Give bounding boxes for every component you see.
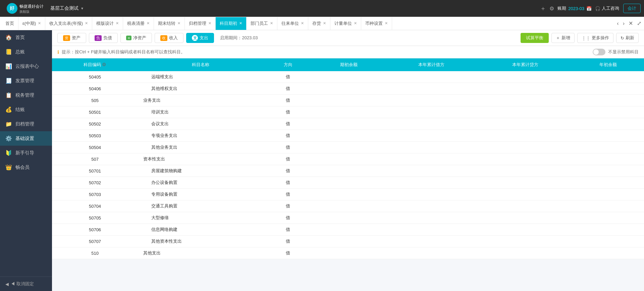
tab-subject-init-close[interactable]: ✕	[239, 21, 242, 26]
tab-expand-btn[interactable]: ⤢	[636, 20, 643, 27]
tip-text: 提示：按Ctrl + F键并输入科目编码或者科目名称可以查找科目。	[62, 49, 590, 55]
cell-name: 房屋建筑物购建	[138, 165, 263, 177]
table-row[interactable]: 50705大型修缮借	[52, 212, 644, 224]
tab-interim-close[interactable]: ✕	[38, 21, 41, 26]
sub-tab-liability[interactable]: 负 负债	[89, 33, 118, 43]
top-header: 好 畅捷通好会计 旗舰版 基层工会测试 ▾ ＋ ⚙ 账期 2023-03 📅 🎧…	[0, 0, 644, 17]
tab-partner-close[interactable]: ✕	[301, 21, 304, 26]
table-row[interactable]: 510其他支出借	[52, 247, 644, 259]
table-row[interactable]: 50707其他资本性支出借	[52, 236, 644, 247]
tab-partner[interactable]: 往来单位 ✕	[277, 17, 308, 30]
tab-income[interactable]: 收入支出表(年报) ✕	[45, 17, 92, 30]
sub-tab-net-asset[interactable]: ≡ 净资产	[120, 33, 152, 43]
col-settings-icon[interactable]: ⚙	[102, 62, 106, 67]
settlement-icon: 💰	[5, 106, 12, 113]
tab-archive-close[interactable]: ✕	[208, 21, 211, 26]
sub-tab-expenditure[interactable]: 支 支出	[186, 33, 214, 43]
sidebar-item-archive[interactable]: 📁 归档管理	[0, 117, 52, 131]
customer-service-btn[interactable]: 🎧 人工咨询	[595, 5, 619, 11]
tab-partner-label: 往来单位	[281, 20, 299, 27]
table-row[interactable]: 505业务支出借	[52, 95, 644, 106]
cell-year-start	[572, 177, 644, 189]
table-row[interactable]: 507资本性支出借	[52, 153, 644, 165]
sub-tab-expenditure-label: 支出	[200, 35, 208, 41]
table-row[interactable]: 50406其他维权支出借	[52, 83, 644, 95]
tab-template[interactable]: 模版设计 ✕	[92, 17, 123, 30]
tab-subject-init-label: 科目期初	[220, 20, 237, 27]
cell-direction: 借	[263, 106, 313, 118]
toggle-label: 不显示禁用科目	[608, 49, 639, 55]
tab-dept[interactable]: 部门员工 ✕	[247, 17, 277, 30]
tab-bar: 首页 ε(中期) ✕ 收入支出表(年报) ✕ 模版设计 ✕ 税表清册 ✕ 期末结…	[0, 17, 644, 30]
table-row[interactable]: 50504其他业务支出借	[52, 142, 644, 153]
cell-opening-balance	[313, 71, 385, 83]
table-row[interactable]: 50706信息网络购建借	[52, 224, 644, 236]
cell-opening-balance	[313, 200, 385, 212]
sub-tab-asset[interactable]: 资 资产	[57, 33, 86, 43]
table-row[interactable]: 50503专项业务支出借	[52, 130, 644, 142]
sidebar-collapse-btn[interactable]: ◀ ◀ 取消固定	[0, 277, 52, 291]
logo-area: 好 畅捷通好会计 旗舰版	[3, 3, 47, 14]
table-row[interactable]: 50405远端维支出借	[52, 71, 644, 83]
sidebar-item-invoice[interactable]: 🧾 发票管理	[0, 74, 52, 88]
tab-tax-close[interactable]: ✕	[147, 21, 150, 26]
table-row[interactable]: 50702办公设备购置借	[52, 177, 644, 189]
tab-archive[interactable]: 归档管理 ✕	[185, 17, 216, 30]
tab-next-btn[interactable]: ›	[622, 20, 626, 27]
tab-period-end[interactable]: 期末结转 ✕	[154, 17, 185, 30]
tab-dept-close[interactable]: ✕	[270, 21, 273, 26]
cell-ytd-debit	[384, 106, 478, 118]
sub-tab-income-entry[interactable]: 收 收入	[155, 33, 183, 43]
cell-opening-balance	[313, 177, 385, 189]
subject-table: 科目编码 ⚙ 科目名称 方向 期初余额 本年累计借方 本年累计贷方 年初余额 5…	[52, 58, 644, 259]
cell-direction: 借	[263, 189, 313, 200]
cell-ytd-debit	[384, 71, 478, 83]
sidebar-item-reports[interactable]: 📊 云报表中心	[0, 59, 52, 74]
cell-ytd-debit	[384, 247, 478, 259]
tab-currency-close[interactable]: ✕	[385, 21, 388, 26]
settings-icon[interactable]: ⚙	[549, 5, 554, 12]
sidebar-item-ledger[interactable]: 📒 总账	[0, 45, 52, 59]
company-dropdown-icon[interactable]: ▾	[81, 6, 83, 11]
table-row[interactable]: 50703专用设备购置借	[52, 189, 644, 200]
toggle-disabled-switch[interactable]	[593, 49, 605, 55]
tab-tax[interactable]: 税表清册 ✕	[123, 17, 154, 30]
add-label: 新增	[561, 35, 570, 41]
refresh-btn[interactable]: ↻ 刷新	[616, 33, 639, 43]
sidebar-item-settings[interactable]: ⚙️ 基础设置	[0, 131, 52, 146]
sidebar-item-home[interactable]: 🏠 首页	[0, 30, 52, 45]
account-button[interactable]: 会计	[623, 4, 641, 13]
sidebar: 🏠 首页 📒 总账 📊 云报表中心 🧾 发票管理 📋 税务管理 💰 结账 📁 归…	[0, 30, 52, 291]
tab-inventory-close[interactable]: ✕	[323, 21, 326, 26]
calendar-icon[interactable]: 📅	[586, 6, 592, 11]
table-row[interactable]: 50501培训支出借	[52, 106, 644, 118]
tab-subject-init[interactable]: 科目期初 ✕	[216, 17, 247, 30]
table-row[interactable]: 50502会议支出借	[52, 118, 644, 130]
income-badge: 收	[160, 35, 167, 41]
tab-interim[interactable]: ε(中期) ✕	[18, 17, 45, 30]
cell-ytd-debit	[384, 95, 478, 106]
sidebar-item-member[interactable]: 👑 畅会员	[0, 160, 52, 175]
tab-close-all-btn[interactable]: ✕	[627, 20, 634, 27]
sidebar-item-settlement[interactable]: 💰 结账	[0, 102, 52, 117]
tab-income-close[interactable]: ✕	[85, 21, 88, 26]
cell-name: 信息网络购建	[138, 224, 263, 236]
archive-icon: 📁	[5, 121, 12, 127]
table-row[interactable]: 50704交通工具购置借	[52, 200, 644, 212]
tab-template-close[interactable]: ✕	[116, 21, 119, 26]
tab-unit[interactable]: 计量单位 ✕	[330, 17, 361, 30]
add-company-btn[interactable]: ＋	[540, 4, 546, 12]
more-actions-btn[interactable]: ⋮⋮ 更多操作	[577, 33, 613, 43]
tab-prev-btn[interactable]: ‹	[615, 20, 620, 27]
tab-unit-close[interactable]: ✕	[354, 21, 357, 26]
tab-period-end-close[interactable]: ✕	[177, 21, 180, 26]
add-new-btn[interactable]: ＋ 新增	[551, 33, 575, 43]
sidebar-item-tax[interactable]: 📋 税务管理	[0, 88, 52, 102]
company-name[interactable]: 基层工会测试 ▾	[50, 5, 537, 11]
table-row[interactable]: 50701房屋建筑物购建借	[52, 165, 644, 177]
tab-inventory[interactable]: 存货 ✕	[308, 17, 330, 30]
calc-balance-btn[interactable]: 试算平衡	[521, 33, 549, 43]
tab-currency[interactable]: 币种设置 ✕	[361, 17, 392, 30]
sidebar-item-guide[interactable]: 🔰 新手引导	[0, 146, 52, 160]
tab-home[interactable]: 首页	[1, 17, 18, 30]
